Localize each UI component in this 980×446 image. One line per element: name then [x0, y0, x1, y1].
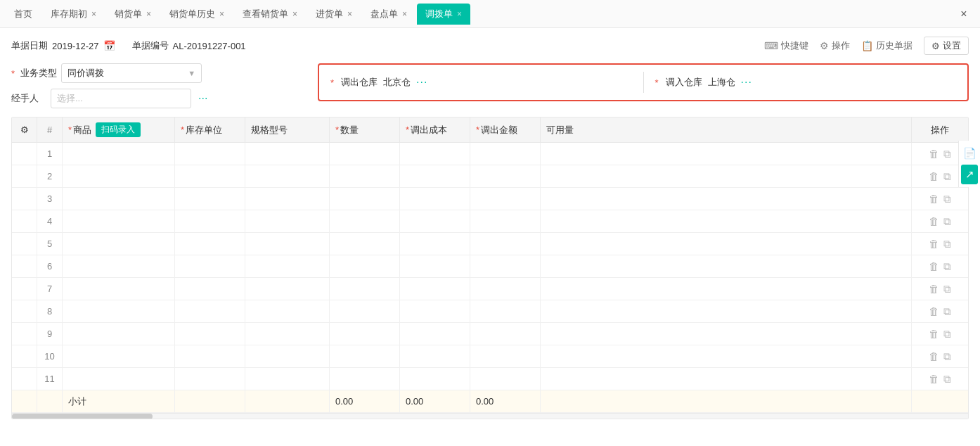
td-qty-4[interactable] — [330, 210, 400, 232]
delete-icon-11[interactable]: 🗑 — [929, 373, 939, 385]
td-qty-5[interactable] — [330, 233, 400, 255]
tab-inventory-init[interactable]: 库存期初 × — [42, 4, 105, 25]
td-product-4[interactable] — [63, 210, 175, 232]
td-amount-2[interactable] — [470, 165, 541, 187]
td-qty-6[interactable] — [330, 255, 400, 277]
delete-icon-6[interactable]: 🗑 — [929, 260, 939, 272]
td-qty-11[interactable] — [330, 368, 400, 390]
handler-more-icon[interactable]: ··· — [198, 92, 207, 105]
delete-icon-3[interactable]: 🗑 — [929, 193, 939, 205]
tab-transfer-order[interactable]: 调拨单 × — [417, 4, 470, 25]
td-unit-2[interactable] — [175, 165, 245, 187]
tab-inventory-init-close[interactable]: × — [91, 10, 96, 18]
td-qty-7[interactable] — [330, 278, 400, 300]
td-cost-2[interactable] — [400, 165, 470, 187]
copy-icon-11[interactable]: ⧉ — [943, 373, 951, 386]
td-amount-5[interactable] — [470, 233, 541, 255]
delete-icon-2[interactable]: 🗑 — [929, 170, 939, 182]
delete-icon-10[interactable]: 🗑 — [929, 350, 939, 362]
scan-button[interactable]: 扫码录入 — [96, 122, 141, 137]
tab-sales-order[interactable]: 销货单 × — [106, 4, 160, 25]
td-product-1[interactable] — [63, 143, 175, 165]
delete-icon-8[interactable]: 🗑 — [929, 305, 939, 317]
td-unit-6[interactable] — [175, 255, 245, 277]
transfer-out-more-button[interactable]: ··· — [416, 76, 427, 89]
td-amount-10[interactable] — [470, 345, 541, 367]
tab-sales-order-close[interactable]: × — [146, 10, 151, 18]
operations-button[interactable]: ⚙ 操作 — [820, 39, 850, 52]
td-cost-11[interactable] — [400, 368, 470, 390]
td-spec-8[interactable] — [245, 300, 330, 322]
copy-icon-5[interactable]: ⧉ — [943, 238, 951, 250]
tab-purchase-order[interactable]: 进货单 × — [307, 4, 361, 25]
td-spec-6[interactable] — [245, 255, 330, 277]
td-qty-1[interactable] — [330, 143, 400, 165]
td-qty-10[interactable] — [330, 345, 400, 367]
td-cost-7[interactable] — [400, 278, 470, 300]
copy-icon-2[interactable]: ⧉ — [943, 170, 951, 183]
td-product-5[interactable] — [63, 233, 175, 255]
td-cost-3[interactable] — [400, 188, 470, 210]
td-spec-11[interactable] — [245, 368, 330, 390]
td-spec-5[interactable] — [245, 233, 330, 255]
copy-icon-10[interactable]: ⧉ — [943, 350, 951, 363]
td-qty-3[interactable] — [330, 188, 400, 210]
tab-home[interactable]: 首页 — [6, 4, 41, 25]
td-amount-4[interactable] — [470, 210, 541, 232]
td-cost-1[interactable] — [400, 143, 470, 165]
td-spec-3[interactable] — [245, 188, 330, 210]
main-close-button[interactable]: × — [953, 4, 974, 25]
td-qty-8[interactable] — [330, 300, 400, 322]
delete-icon-1[interactable]: 🗑 — [929, 148, 939, 160]
copy-icon-8[interactable]: ⧉ — [943, 305, 951, 318]
td-unit-3[interactable] — [175, 188, 245, 210]
td-unit-7[interactable] — [175, 278, 245, 300]
copy-icon-7[interactable]: ⧉ — [943, 283, 951, 295]
td-product-10[interactable] — [63, 345, 175, 367]
gear-icon[interactable]: ⚙ — [20, 125, 29, 135]
td-spec-1[interactable] — [245, 143, 330, 165]
td-amount-1[interactable] — [470, 143, 541, 165]
delete-icon-4[interactable]: 🗑 — [929, 215, 939, 227]
td-amount-3[interactable] — [470, 188, 541, 210]
td-cost-9[interactable] — [400, 323, 470, 345]
td-qty-9[interactable] — [330, 323, 400, 345]
settings-button[interactable]: ⚙ 设置 — [924, 37, 969, 55]
td-unit-4[interactable] — [175, 210, 245, 232]
td-unit-1[interactable] — [175, 143, 245, 165]
th-gear[interactable]: ⚙ — [12, 117, 37, 142]
td-product-8[interactable] — [63, 300, 175, 322]
handler-select[interactable]: 选择... — [51, 89, 191, 108]
tab-inventory-count-close[interactable]: × — [402, 10, 407, 18]
td-cost-5[interactable] — [400, 233, 470, 255]
td-product-11[interactable] — [63, 368, 175, 390]
tab-sales-history[interactable]: 销货单历史 × — [161, 4, 233, 25]
td-unit-5[interactable] — [175, 233, 245, 255]
td-spec-9[interactable] — [245, 323, 330, 345]
history-button[interactable]: 📋 历史单据 — [861, 39, 913, 52]
tab-transfer-order-close[interactable]: × — [457, 10, 462, 18]
td-cost-10[interactable] — [400, 345, 470, 367]
td-cost-8[interactable] — [400, 300, 470, 322]
td-amount-8[interactable] — [470, 300, 541, 322]
copy-icon-6[interactable]: ⧉ — [943, 260, 951, 273]
td-unit-11[interactable] — [175, 368, 245, 390]
td-qty-2[interactable] — [330, 165, 400, 187]
copy-icon-4[interactable]: ⧉ — [943, 215, 951, 228]
td-amount-7[interactable] — [470, 278, 541, 300]
td-spec-10[interactable] — [245, 345, 330, 367]
shortcuts-button[interactable]: ⌨ 快捷键 — [764, 39, 808, 52]
td-unit-10[interactable] — [175, 345, 245, 367]
td-product-9[interactable] — [63, 323, 175, 345]
td-unit-9[interactable] — [175, 323, 245, 345]
tab-inventory-count[interactable]: 盘点单 × — [362, 4, 415, 25]
copy-icon-3[interactable]: ⧉ — [943, 193, 951, 205]
tab-purchase-order-close[interactable]: × — [347, 10, 352, 18]
side-link-icon[interactable]: ↗ — [961, 165, 978, 184]
scrollbar-thumb[interactable] — [12, 414, 153, 419]
business-type-select[interactable]: 同价调拨 ▼ — [61, 63, 202, 83]
td-product-7[interactable] — [63, 278, 175, 300]
tab-view-sales-close[interactable]: × — [292, 10, 297, 18]
transfer-in-more-button[interactable]: ··· — [741, 76, 752, 89]
td-spec-7[interactable] — [245, 278, 330, 300]
